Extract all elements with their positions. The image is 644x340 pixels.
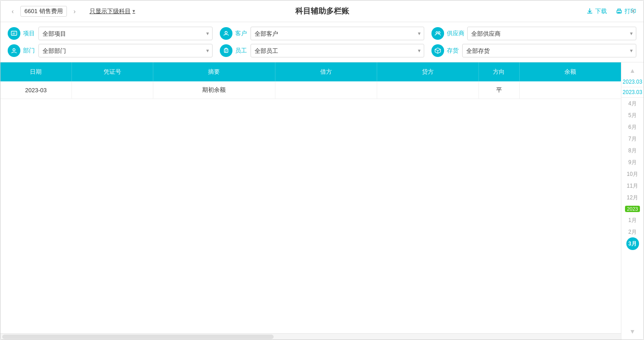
cell-debit bbox=[275, 81, 377, 99]
chevron-down-icon: ▾ bbox=[133, 8, 135, 14]
sidebar-period-sub[interactable]: 2023.03 bbox=[621, 87, 644, 98]
supplier-icon bbox=[431, 27, 444, 40]
svg-point-3 bbox=[436, 32, 438, 33]
year-badge-row: 2023 bbox=[621, 203, 644, 214]
cell-direction: 平 bbox=[478, 81, 519, 99]
account-code: 6601 销售费用 bbox=[20, 6, 67, 17]
title-bar: ‹ 6601 销售费用 › 只显示下级科目 ▾ 科目辅助多栏账 下载 bbox=[0, 0, 644, 22]
data-table: 日期 凭证号 摘要 借方 贷方 方向 余额 2023-03 bbox=[0, 62, 621, 99]
cell-balance bbox=[519, 81, 621, 99]
year-badge: 2023 bbox=[625, 206, 639, 212]
sidebar-month-8[interactable]: 8月 bbox=[621, 145, 644, 156]
filter-item-project: 项目 全部项目 bbox=[8, 27, 213, 40]
download-button[interactable]: 下载 bbox=[587, 7, 607, 15]
filter-item-customer: 客户 全部客户 bbox=[220, 27, 425, 40]
sidebar-period-sub-label: 2023.03 bbox=[623, 89, 642, 95]
table-area: 日期 凭证号 摘要 借方 贷方 方向 余额 2023-03 bbox=[0, 62, 621, 340]
project-select[interactable]: 全部项目 bbox=[38, 27, 213, 40]
filter-item-department: 部门 全部部门 bbox=[8, 44, 213, 57]
account-code-text: 6601 bbox=[24, 8, 38, 14]
main-content: 日期 凭证号 摘要 借方 贷方 方向 余额 2023-03 bbox=[0, 62, 644, 340]
download-icon bbox=[587, 8, 593, 14]
sidebar-month-5[interactable]: 5月 bbox=[621, 109, 644, 121]
supplier-select[interactable]: 全部供应商 bbox=[467, 27, 636, 40]
right-sidebar: ▲ 2023.03 2023.03 4月 5月 6月 7月 8月 9月 10月 … bbox=[621, 62, 644, 340]
col-header-credit: 贷方 bbox=[377, 62, 478, 81]
show-sub-label: 只显示下级科目 bbox=[90, 7, 131, 15]
inventory-select-wrapper: 全部存货 bbox=[462, 44, 636, 57]
employee-select[interactable]: 全部员工 bbox=[251, 44, 425, 57]
nav-next-button[interactable]: › bbox=[70, 6, 80, 16]
table-header-row: 日期 凭证号 摘要 借方 贷方 方向 余额 bbox=[0, 62, 621, 81]
svg-rect-0 bbox=[617, 10, 621, 13]
col-header-debit: 借方 bbox=[275, 62, 377, 81]
page-title: 科目辅助多栏账 bbox=[295, 6, 349, 16]
filter-row-2: 部门 全部部门 员工 bbox=[8, 44, 636, 57]
project-icon bbox=[8, 27, 20, 40]
nav-area: ‹ 6601 销售费用 › 只显示下级科目 ▾ bbox=[8, 6, 135, 17]
col-header-voucher: 凭证号 bbox=[71, 62, 153, 81]
sidebar-period-header[interactable]: 2023.03 bbox=[621, 77, 644, 87]
employee-label: 员工 bbox=[235, 47, 248, 55]
col-header-balance: 余额 bbox=[519, 62, 621, 81]
sidebar-month-7[interactable]: 7月 bbox=[621, 133, 644, 145]
inventory-select[interactable]: 全部存货 bbox=[462, 44, 636, 57]
svg-point-2 bbox=[225, 32, 227, 34]
main-window: ‹ 6601 销售费用 › 只显示下级科目 ▾ 科目辅助多栏账 下载 bbox=[0, 0, 644, 340]
sidebar-month-1[interactable]: 1月 bbox=[621, 214, 644, 226]
cell-voucher bbox=[71, 81, 153, 99]
cell-date: 2023-03 bbox=[0, 81, 71, 99]
sidebar-month-4[interactable]: 4月 bbox=[621, 98, 644, 109]
filter-area: 项目 全部项目 客户 全部客户 bbox=[0, 22, 644, 62]
department-label: 部门 bbox=[23, 47, 36, 55]
sidebar-month-11[interactable]: 11月 bbox=[621, 180, 644, 192]
inventory-icon bbox=[431, 44, 444, 57]
scrollbar-track bbox=[2, 335, 274, 339]
svg-point-5 bbox=[13, 49, 15, 51]
sidebar-month-9[interactable]: 9月 bbox=[621, 156, 644, 168]
col-header-summary: 摘要 bbox=[153, 62, 275, 81]
filter-item-employee: 员工 全部员工 bbox=[220, 44, 425, 57]
table-scroll[interactable]: 日期 凭证号 摘要 借方 贷方 方向 余额 2023-03 bbox=[0, 62, 621, 333]
customer-select[interactable]: 全部客户 bbox=[251, 27, 425, 40]
sidebar-month-2[interactable]: 2月 bbox=[621, 226, 644, 238]
table-row[interactable]: 2023-03 期初余额 平 bbox=[0, 81, 621, 99]
employee-icon bbox=[220, 44, 232, 57]
employee-select-wrapper: 全部员工 bbox=[251, 44, 425, 57]
sidebar-month-12[interactable]: 12月 bbox=[621, 192, 644, 203]
sidebar-month-10[interactable]: 10月 bbox=[621, 168, 644, 180]
customer-label: 客户 bbox=[235, 29, 248, 38]
sidebar-period-label: 2023.03 bbox=[623, 79, 642, 85]
sidebar-month-3-active[interactable]: 3月 bbox=[621, 238, 644, 250]
close-button[interactable]: × bbox=[628, 6, 638, 16]
sidebar-up-button[interactable]: ▲ bbox=[626, 64, 639, 77]
show-sub-toggle[interactable]: 只显示下级科目 ▾ bbox=[90, 7, 135, 15]
print-icon bbox=[616, 8, 622, 14]
inventory-label: 存货 bbox=[447, 47, 459, 55]
supplier-select-wrapper: 全部供应商 bbox=[467, 27, 636, 40]
cell-credit bbox=[377, 81, 478, 99]
active-month-indicator: 3月 bbox=[626, 237, 639, 250]
sidebar-month-6[interactable]: 6月 bbox=[621, 121, 644, 133]
horizontal-scrollbar[interactable] bbox=[0, 333, 621, 340]
project-label: 项目 bbox=[23, 29, 36, 38]
department-icon bbox=[8, 44, 20, 57]
download-label: 下载 bbox=[595, 7, 607, 15]
filter-item-inventory: 存货 全部存货 bbox=[431, 44, 636, 57]
cell-summary: 期初余额 bbox=[153, 81, 275, 99]
sidebar-down-button[interactable]: ▼ bbox=[626, 325, 639, 338]
project-select-wrapper: 全部项目 bbox=[38, 27, 213, 40]
department-select-wrapper: 全部部门 bbox=[38, 44, 213, 57]
col-header-direction: 方向 bbox=[478, 62, 519, 81]
filter-row-1: 项目 全部项目 客户 全部客户 bbox=[8, 27, 636, 40]
svg-point-4 bbox=[438, 32, 440, 33]
supplier-label: 供应商 bbox=[447, 29, 464, 38]
department-select[interactable]: 全部部门 bbox=[38, 44, 213, 57]
customer-icon bbox=[220, 27, 232, 40]
nav-prev-button[interactable]: ‹ bbox=[8, 6, 18, 16]
filter-item-supplier: 供应商 全部供应商 bbox=[431, 27, 636, 40]
account-name-text: 销售费用 bbox=[39, 7, 63, 15]
col-header-date: 日期 bbox=[0, 62, 71, 81]
customer-select-wrapper: 全部客户 bbox=[251, 27, 425, 40]
